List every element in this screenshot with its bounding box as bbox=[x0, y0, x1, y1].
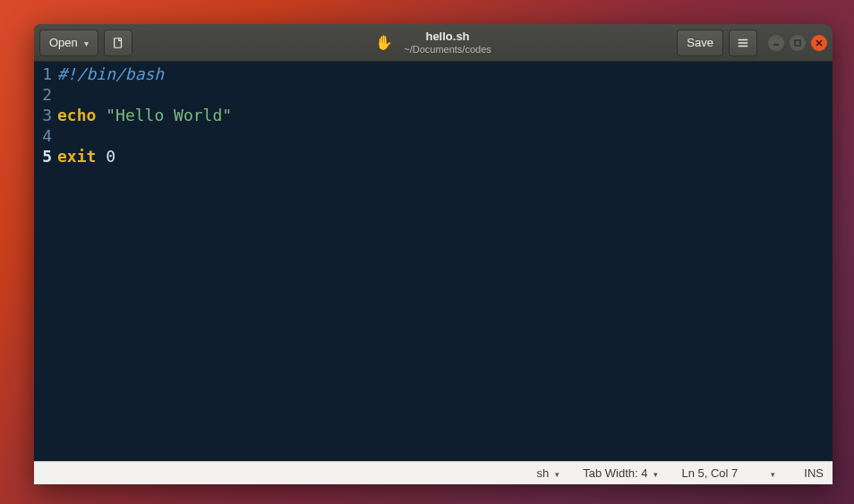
code-line[interactable]: exit 0 bbox=[57, 146, 833, 167]
code-line[interactable]: echo "Hello World" bbox=[57, 105, 833, 125]
open-button[interactable]: Open bbox=[39, 30, 98, 56]
filepath: ~/Documents/codes bbox=[404, 44, 491, 55]
tabwidth-selector[interactable]: Tab Width: 4 bbox=[579, 466, 662, 480]
cursor-position[interactable]: Ln 5, Col 7 bbox=[678, 466, 779, 480]
position-label: Ln 5, Col 7 bbox=[681, 466, 738, 480]
maximize-button[interactable] bbox=[790, 35, 806, 51]
save-label: Save bbox=[687, 36, 713, 49]
minimize-button[interactable] bbox=[768, 35, 784, 51]
language-label: sh bbox=[536, 466, 549, 480]
code-line[interactable]: #!/bin/bash bbox=[57, 64, 833, 84]
chevron-down-icon bbox=[81, 36, 89, 49]
line-number: 2 bbox=[34, 84, 54, 105]
new-document-button[interactable] bbox=[104, 30, 132, 56]
insert-mode[interactable]: INS bbox=[804, 466, 824, 480]
tabwidth-label: Tab Width: 4 bbox=[583, 466, 647, 480]
editor-area[interactable]: 12345 #!/bin/bash echo "Hello World" exi… bbox=[34, 62, 833, 461]
code-line[interactable] bbox=[57, 84, 833, 105]
language-selector[interactable]: sh bbox=[533, 466, 563, 480]
new-document-icon bbox=[112, 37, 124, 49]
line-number-gutter: 12345 bbox=[34, 62, 54, 461]
close-icon bbox=[816, 39, 823, 47]
line-number: 1 bbox=[34, 64, 54, 84]
grab-icon: ✋ bbox=[375, 35, 393, 51]
editor-window: Open ✋ hello.sh ~/Documents/codes Save bbox=[34, 24, 833, 484]
save-button[interactable]: Save bbox=[677, 30, 723, 56]
filename: hello.sh bbox=[404, 30, 491, 43]
minimize-icon bbox=[773, 39, 780, 47]
svg-rect-0 bbox=[114, 38, 121, 47]
open-label: Open bbox=[49, 36, 78, 49]
code-content[interactable]: #!/bin/bash echo "Hello World" exit 0 bbox=[54, 62, 833, 461]
titlebar: Open ✋ hello.sh ~/Documents/codes Save bbox=[34, 24, 833, 62]
line-number: 3 bbox=[34, 105, 54, 125]
hamburger-menu-button[interactable] bbox=[729, 30, 757, 56]
close-button[interactable] bbox=[811, 35, 827, 51]
svg-rect-5 bbox=[795, 40, 800, 46]
chevron-down-icon bbox=[651, 466, 658, 480]
maximize-icon bbox=[794, 39, 801, 47]
chevron-down-icon bbox=[768, 466, 775, 480]
chevron-down-icon bbox=[552, 466, 559, 480]
line-number: 4 bbox=[34, 125, 54, 146]
line-number: 5 bbox=[34, 146, 54, 167]
code-line[interactable] bbox=[57, 125, 833, 146]
hamburger-icon bbox=[737, 37, 749, 49]
title-center: ✋ hello.sh ~/Documents/codes bbox=[375, 30, 491, 54]
statusbar: sh Tab Width: 4 Ln 5, Col 7 INS bbox=[34, 461, 833, 484]
